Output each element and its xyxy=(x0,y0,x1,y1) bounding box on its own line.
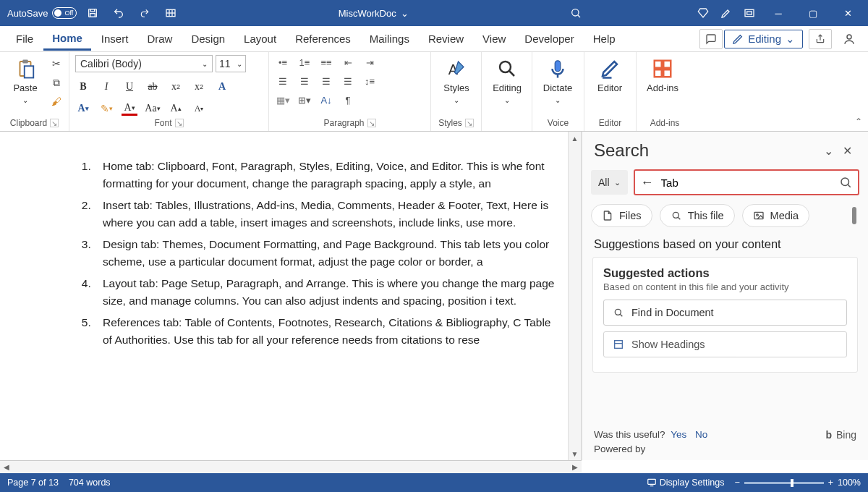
filter-files[interactable]: Files xyxy=(591,204,652,227)
share-button[interactable] xyxy=(809,29,832,49)
horizontal-scrollbar[interactable]: ◀ ▶ xyxy=(0,460,582,473)
collab-button[interactable] xyxy=(838,29,861,49)
search-icon[interactable] xyxy=(839,176,852,189)
editing-button[interactable]: Editing⌄ xyxy=(488,55,527,107)
back-arrow-icon[interactable]: ← xyxy=(641,175,654,190)
feedback-yes[interactable]: Yes xyxy=(671,429,686,440)
scroll-right-icon[interactable]: ▶ xyxy=(569,463,582,471)
line-spacing-button[interactable]: ↕≡ xyxy=(362,74,378,88)
list-item[interactable]: Insert tab: Tables, Illustrations, Add-i… xyxy=(94,197,559,232)
paste-button[interactable]: Paste ⌄ xyxy=(6,55,45,107)
zoom-control[interactable]: − + 100% xyxy=(734,478,861,488)
tab-draw[interactable]: Draw xyxy=(138,28,181,49)
scroll-left-icon[interactable]: ◀ xyxy=(0,463,13,471)
undo-icon[interactable] xyxy=(109,3,129,23)
filter-media[interactable]: Media xyxy=(742,204,810,227)
list-item[interactable]: Layout tab: Page Setup, Paragraph, and A… xyxy=(94,275,559,310)
document-canvas[interactable]: Home tab: Clipboard, Font, Paragraph, St… xyxy=(0,132,568,460)
justify-button[interactable]: ☰ xyxy=(340,74,356,88)
tab-view[interactable]: View xyxy=(474,28,514,49)
close-button[interactable]: ✕ xyxy=(832,0,864,26)
bullets-button[interactable]: •≡ xyxy=(275,55,291,69)
grow-font-button[interactable]: A▴ xyxy=(168,101,184,116)
tab-references[interactable]: References xyxy=(286,28,359,49)
table-view-icon[interactable] xyxy=(161,3,181,23)
shading-button[interactable]: ▦▾ xyxy=(275,93,291,107)
list-item[interactable]: Home tab: Clipboard, Font, Paragraph, St… xyxy=(94,158,559,192)
layout-icon[interactable] xyxy=(739,3,760,23)
dialog-launcher-icon[interactable]: ↘ xyxy=(367,119,376,127)
vertical-scrollbar[interactable]: ▲ ▼ xyxy=(568,132,581,460)
minimize-button[interactable]: ─ xyxy=(762,0,794,26)
redo-icon[interactable] xyxy=(135,3,155,23)
toggle-off[interactable]: Off xyxy=(52,7,77,19)
underline-button[interactable]: U xyxy=(122,80,137,94)
document-title[interactable]: MiscWorkDoc ⌄ xyxy=(187,8,560,19)
align-left-button[interactable]: ☰ xyxy=(275,74,291,88)
dictate-button[interactable]: Dictate⌄ xyxy=(538,55,577,107)
italic-button[interactable]: I xyxy=(98,80,114,94)
styles-button[interactable]: A Styles⌄ xyxy=(437,55,476,107)
dialog-launcher-icon[interactable]: ↘ xyxy=(175,119,184,127)
tab-file[interactable]: File xyxy=(7,28,42,49)
highlight-button[interactable]: ✎▾ xyxy=(98,101,114,116)
decrease-indent-button[interactable]: ⇤ xyxy=(340,55,356,69)
list-item[interactable]: References tab: Table of Contents, Footn… xyxy=(94,314,559,349)
tab-layout[interactable]: Layout xyxy=(235,28,285,49)
tab-mailings[interactable]: Mailings xyxy=(361,28,418,49)
feedback-no[interactable]: No xyxy=(695,429,707,440)
scroll-down-icon[interactable]: ▼ xyxy=(569,447,581,460)
panel-close-icon[interactable]: ✕ xyxy=(838,141,856,160)
multilevel-button[interactable]: ≡≡ xyxy=(318,55,334,69)
format-painter-icon[interactable]: 🖌 xyxy=(49,94,64,109)
search-scope-dropdown[interactable]: All⌄ xyxy=(591,170,628,195)
cut-icon[interactable]: ✂ xyxy=(49,56,64,71)
tab-help[interactable]: Help xyxy=(584,28,624,49)
borders-button[interactable]: ⊞▾ xyxy=(297,93,312,107)
search-input[interactable] xyxy=(661,177,832,189)
zoom-in-icon[interactable]: + xyxy=(828,478,833,488)
search-title-icon[interactable] xyxy=(566,3,586,23)
dialog-launcher-icon[interactable]: ↘ xyxy=(50,119,59,127)
align-right-button[interactable]: ☰ xyxy=(318,74,334,88)
comments-button[interactable] xyxy=(699,29,723,49)
maximize-button[interactable]: ▢ xyxy=(797,0,829,26)
display-settings[interactable]: Display Settings xyxy=(647,478,725,488)
autosave-toggle[interactable]: AutoSave Off xyxy=(7,7,77,19)
editor-button[interactable]: Editor xyxy=(590,55,629,96)
save-icon[interactable] xyxy=(82,3,103,23)
tab-home[interactable]: Home xyxy=(43,27,91,51)
font-size-select[interactable]: 11⌄ xyxy=(216,55,246,72)
diamond-icon[interactable] xyxy=(693,3,713,23)
tab-review[interactable]: Review xyxy=(420,28,472,49)
word-count[interactable]: 704 words xyxy=(69,478,111,488)
dialog-launcher-icon[interactable]: ↘ xyxy=(465,119,474,127)
copy-icon[interactable]: ⧉ xyxy=(49,75,64,90)
text-fill-button[interactable]: A▾ xyxy=(75,101,91,116)
sort-button[interactable]: A↓ xyxy=(318,93,334,107)
list-item[interactable]: Design tab: Themes, Document Formatting,… xyxy=(94,236,559,271)
show-marks-button[interactable]: ¶ xyxy=(340,93,356,107)
filter-thisfile[interactable]: This file xyxy=(660,204,735,227)
change-case-button[interactable]: Aa▾ xyxy=(145,101,161,116)
addins-button[interactable]: Add-ins xyxy=(642,55,683,96)
font-color-button[interactable]: A▾ xyxy=(122,101,137,116)
increase-indent-button[interactable]: ⇥ xyxy=(362,55,378,69)
panel-collapse-icon[interactable]: ⌄ xyxy=(819,141,838,160)
action-find-in-document[interactable]: Find in Document xyxy=(603,300,847,326)
tab-insert[interactable]: Insert xyxy=(93,28,137,49)
more-filters-icon[interactable] xyxy=(852,207,856,224)
scroll-up-icon[interactable]: ▲ xyxy=(569,132,581,145)
numbering-button[interactable]: 1≡ xyxy=(297,55,312,69)
tab-design[interactable]: Design xyxy=(182,28,234,49)
subscript-button[interactable]: x2 xyxy=(168,80,184,94)
page-indicator[interactable]: Page 7 of 13 xyxy=(7,478,59,488)
tab-developer[interactable]: Developer xyxy=(516,28,582,49)
editing-mode-button[interactable]: Editing ⌄ xyxy=(724,30,803,48)
action-show-headings[interactable]: Show Headings xyxy=(603,331,847,357)
pen-sparkle-icon[interactable] xyxy=(716,3,736,23)
search-input-box[interactable]: ← xyxy=(634,169,859,195)
align-center-button[interactable]: ☰ xyxy=(297,74,312,88)
text-effects-button[interactable]: A xyxy=(214,80,230,94)
shrink-font-button[interactable]: A▾ xyxy=(191,101,207,116)
